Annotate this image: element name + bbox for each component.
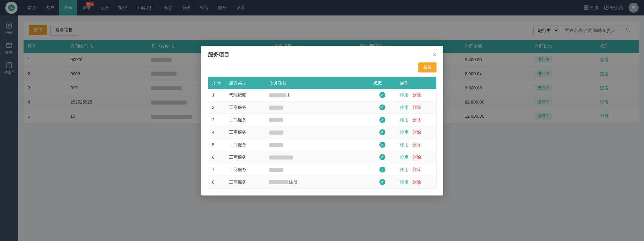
modal-header: 服务项目 × — [201, 46, 443, 58]
modal-cell-status: ✓ — [369, 114, 396, 126]
status-check-icon: ✓ — [379, 129, 385, 135]
service-items-modal: 服务项目 × 新建 序号 服务类型 服务项目 状态 操作 1 — [201, 46, 443, 195]
modal-cell-type: 工商服务 — [225, 126, 265, 138]
modal-cell-num: 2 — [208, 101, 225, 114]
delete-button[interactable]: 删除 — [412, 105, 421, 110]
modal-cell-type: 工商服务 — [225, 101, 265, 114]
list-item: 3 工商服务 ✓ 停用 删除 — [208, 114, 436, 126]
modal-cell-num: 1 — [208, 89, 225, 101]
stop-button[interactable]: 停用 — [400, 154, 409, 159]
modal-new-button[interactable]: 新建 — [418, 62, 437, 72]
modal-col-status: 状态 — [369, 77, 396, 89]
modal-cell-item — [265, 138, 369, 151]
stop-button[interactable]: 停用 — [400, 105, 409, 110]
delete-button[interactable]: 删除 — [412, 129, 421, 134]
modal-body: 序号 服务类型 服务项目 状态 操作 1 代理记账 1 ✓ 停用 删除 — [201, 76, 443, 195]
stop-button[interactable]: 停用 — [400, 167, 409, 172]
modal-close-button[interactable]: × — [433, 52, 437, 58]
modal-cell-num: 7 — [208, 163, 225, 176]
stop-button[interactable]: 停用 — [400, 179, 409, 184]
modal-cell-status: ✓ — [369, 138, 396, 151]
stop-button[interactable]: 停用 — [400, 142, 409, 147]
modal-col-item: 服务项目 — [265, 77, 369, 89]
stop-button[interactable]: 停用 — [400, 117, 409, 122]
modal-cell-num: 5 — [208, 138, 225, 151]
modal-cell-action: 停用 删除 — [396, 176, 436, 188]
modal-col-type: 服务类型 — [225, 77, 265, 89]
status-check-icon: ✓ — [379, 117, 385, 123]
modal-cell-type: 工商服务 — [225, 138, 265, 151]
modal-cell-num: 3 — [208, 114, 225, 126]
modal-cell-item: 1 — [265, 89, 369, 101]
modal-cell-action: 停用 删除 — [396, 126, 436, 138]
delete-button[interactable]: 删除 — [412, 142, 421, 147]
status-check-icon: ✓ — [379, 142, 385, 148]
modal-cell-action: 停用 删除 — [396, 89, 436, 101]
list-item: 4 工商服务 ✓ 停用 删除 — [208, 126, 436, 138]
list-item: 5 工商服务 ✓ 停用 删除 — [208, 138, 436, 151]
modal-cell-type: 工商服务 — [225, 176, 265, 188]
list-item: 1 代理记账 1 ✓ 停用 删除 — [208, 89, 436, 101]
status-check-icon: ✓ — [379, 92, 385, 98]
service-items-table: 序号 服务类型 服务项目 状态 操作 1 代理记账 1 ✓ 停用 删除 — [208, 77, 436, 188]
delete-button[interactable]: 删除 — [412, 154, 421, 159]
modal-cell-action: 停用 删除 — [396, 163, 436, 176]
modal-cell-status: ✓ — [369, 163, 396, 176]
modal-title: 服务项目 — [208, 51, 229, 58]
modal-toolbar: 新建 — [201, 58, 443, 76]
delete-button[interactable]: 删除 — [412, 92, 421, 97]
stop-button[interactable]: 停用 — [400, 92, 409, 97]
modal-cell-type: 工商服务 — [225, 114, 265, 126]
modal-cell-num: 8 — [208, 176, 225, 188]
delete-button[interactable]: 删除 — [412, 117, 421, 122]
modal-cell-item — [265, 101, 369, 114]
list-item: 6 工商服务 ✓ 停用 删除 — [208, 151, 436, 163]
delete-button[interactable]: 删除 — [412, 167, 421, 172]
list-item: 7 工商服务 ✓ 停用 删除 — [208, 163, 436, 176]
modal-cell-status: ✓ — [369, 101, 396, 114]
status-check-icon: ✓ — [379, 104, 385, 110]
modal-cell-status: ✓ — [369, 126, 396, 138]
list-item: 2 工商服务 ✓ 停用 删除 — [208, 101, 436, 114]
modal-cell-item: 注册 — [265, 176, 369, 188]
modal-cell-item — [265, 114, 369, 126]
modal-cell-type: 工商服务 — [225, 163, 265, 176]
modal-cell-num: 4 — [208, 126, 225, 138]
modal-cell-action: 停用 删除 — [396, 101, 436, 114]
modal-col-action: 操作 — [396, 77, 436, 89]
modal-scroll[interactable]: 序号 服务类型 服务项目 状态 操作 1 代理记账 1 ✓ 停用 删除 — [208, 76, 437, 189]
modal-cell-item — [265, 163, 369, 176]
modal-cell-item — [265, 151, 369, 163]
status-check-icon: ✓ — [379, 166, 385, 172]
status-check-icon: ✓ — [379, 154, 385, 160]
modal-cell-action: 停用 删除 — [396, 138, 436, 151]
modal-cell-status: ✓ — [369, 151, 396, 163]
modal-col-num: 序号 — [208, 77, 225, 89]
modal-cell-type: 代理记账 — [225, 89, 265, 101]
modal-cell-action: 停用 删除 — [396, 151, 436, 163]
delete-button[interactable]: 删除 — [412, 179, 421, 184]
stop-button[interactable]: 停用 — [400, 129, 409, 134]
modal-cell-type: 工商服务 — [225, 151, 265, 163]
modal-cell-item — [265, 126, 369, 138]
modal-cell-status: ✓ — [369, 89, 396, 101]
modal-cell-status: ✓ — [369, 176, 396, 188]
status-check-icon: ✓ — [379, 179, 385, 185]
modal-cell-action: 停用 删除 — [396, 114, 436, 126]
list-item: 8 工商服务 注册 ✓ 停用 删除 — [208, 176, 436, 188]
modal-cell-num: 6 — [208, 151, 225, 163]
